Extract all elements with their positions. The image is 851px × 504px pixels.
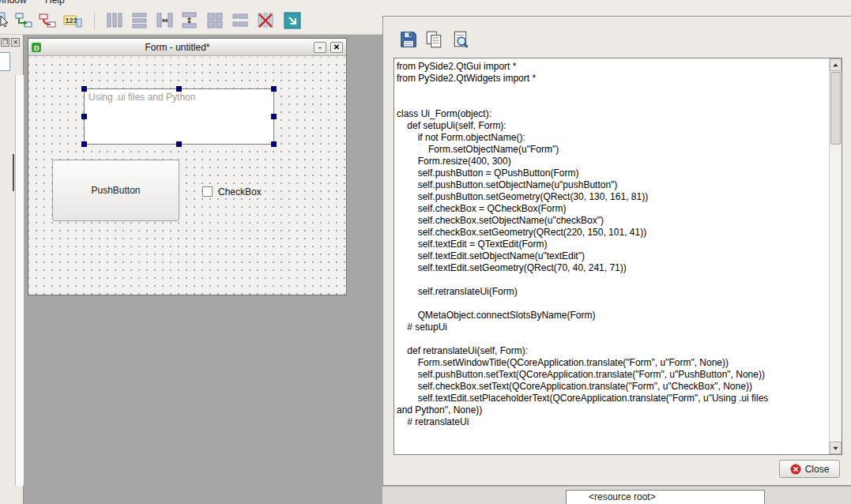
form-canvas[interactable]: Using .ui files and Python PushButton Ch… — [28, 57, 346, 295]
widget-box-list[interactable] — [15, 75, 24, 486]
selection-handle[interactable] — [271, 141, 277, 147]
svg-text:D: D — [34, 43, 40, 51]
dock-float-icon[interactable]: ❐ — [1, 38, 9, 47]
close-button-label: Close — [805, 464, 830, 475]
menu-help[interactable]: Help — [45, 0, 65, 6]
scroll-down-icon[interactable] — [830, 442, 842, 454]
pushbutton-widget[interactable]: PushButton — [52, 160, 179, 221]
selection-handle[interactable] — [176, 86, 182, 92]
close-circle-icon — [790, 464, 801, 475]
toolbar-separator — [94, 13, 95, 30]
menu-window[interactable]: Window — [0, 0, 27, 6]
close-dialog-button[interactable]: Close — [779, 460, 840, 478]
break-layout-icon[interactable] — [256, 11, 275, 30]
dock-scrollbar[interactable] — [13, 154, 14, 191]
textedit-placeholder: Using .ui files and Python — [88, 92, 195, 103]
scroll-up-icon[interactable] — [830, 58, 842, 71]
layout-grid-icon[interactable] — [205, 11, 224, 30]
minimize-button[interactable]: - — [314, 42, 326, 53]
checkbox-box[interactable] — [202, 186, 213, 197]
edit-widgets-icon[interactable] — [0, 11, 12, 30]
layout-horizontal-icon[interactable] — [105, 11, 124, 30]
edit-signals-slots-icon[interactable] — [14, 11, 33, 30]
selection-handle[interactable] — [81, 114, 87, 119]
save-icon[interactable] — [399, 30, 418, 49]
code-text[interactable]: from PySide2.QtGui import * from PySide2… — [397, 61, 826, 452]
selection-handle[interactable] — [176, 141, 182, 147]
selection-handle[interactable] — [271, 114, 277, 119]
edit-buddies-icon[interactable] — [38, 11, 57, 30]
scrollbar-thumb[interactable] — [830, 72, 841, 145]
designer-form-icon: D — [32, 43, 41, 52]
checkbox-widget[interactable]: CheckBox — [202, 175, 282, 208]
code-preview-dialog: from PySide2.QtGui import * from PySide2… — [382, 16, 851, 486]
layout-vertical-icon[interactable] — [130, 11, 149, 30]
find-icon[interactable] — [451, 30, 470, 49]
svg-text:123: 123 — [66, 17, 77, 24]
selection-handle[interactable] — [81, 141, 87, 147]
copy-icon[interactable] — [424, 30, 443, 49]
checkbox-label: CheckBox — [218, 186, 262, 197]
textedit-widget[interactable]: Using .ui files and Python — [84, 88, 274, 145]
selection-handle[interactable] — [271, 86, 277, 92]
widget-filter-input[interactable] — [0, 52, 10, 71]
resource-browser[interactable]: <resource root> — [566, 490, 765, 504]
menubar: Window Help — [0, 0, 851, 6]
layout-vertical-splitter-icon[interactable] — [180, 11, 199, 30]
form-window-titlebar[interactable]: D Form - untitled* - ✕ — [28, 39, 346, 56]
edit-tab-order-icon[interactable]: 123 — [63, 11, 82, 30]
code-view[interactable]: from PySide2.QtGui import * from PySide2… — [393, 58, 842, 455]
selection-handle[interactable] — [81, 86, 87, 92]
adjust-size-icon[interactable] — [283, 11, 302, 30]
form-window-title: Form - untitled* — [45, 42, 310, 53]
dock-close-icon[interactable]: ✕ — [11, 38, 20, 47]
layout-form-icon[interactable] — [231, 11, 250, 30]
resource-root-label: <resource root> — [589, 491, 656, 502]
layout-horizontal-splitter-icon[interactable] — [156, 11, 175, 30]
left-dock-fragment: ❐ ✕ — [0, 35, 24, 504]
qt-designer-screen: Window Help 123 — [0, 0, 851, 504]
close-window-button[interactable]: ✕ — [330, 42, 343, 53]
form-editor-window: D Form - untitled* - ✕ Using .ui files a… — [28, 38, 347, 295]
code-scrollbar[interactable] — [829, 58, 842, 454]
